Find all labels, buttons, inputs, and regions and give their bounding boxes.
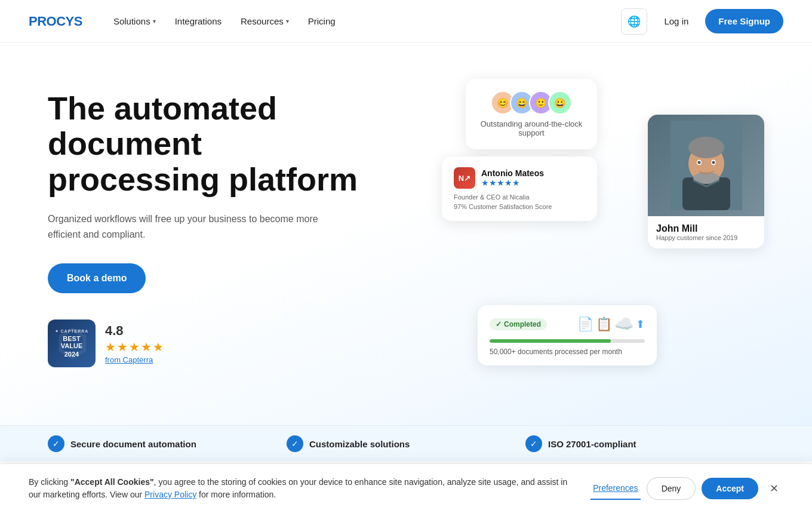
upload-arrow-icon: ⬆ xyxy=(636,318,645,331)
hero-right: 😊 😄 🙂 😀 Outstanding around-the-clock sup… xyxy=(442,79,764,377)
feature-item: ✓ Secure document automation xyxy=(48,435,287,452)
capterra-best-value: BEST VALUE xyxy=(51,335,92,349)
testimonial-role: Founder & CEO at Nicalia xyxy=(454,193,585,201)
nav-link-pricing[interactable]: Pricing xyxy=(301,11,343,31)
support-text: Outstanding around-the-clock support xyxy=(478,119,585,137)
feature-label: Customizable solutions xyxy=(309,439,410,449)
capterra-stars: 4.8 ★★★★★ from Capterra xyxy=(105,323,165,364)
brand-logo[interactable]: PROCYS xyxy=(29,14,82,29)
svg-point-3 xyxy=(688,137,724,158)
check-icon: ✓ xyxy=(48,435,64,452)
privacy-policy-link[interactable]: Privacy Policy xyxy=(144,490,196,499)
hero-section: The automated document processing platfo… xyxy=(0,43,812,425)
testimonial-stars: ★★★★★ xyxy=(481,178,544,188)
nav-right: 🌐 Log in Free Signup xyxy=(621,8,783,35)
nav-link-integrations[interactable]: Integrations xyxy=(168,11,229,31)
capterra-badge: ✦ CAPTERRA BEST VALUE 2024 xyxy=(48,320,96,367)
person-photo xyxy=(648,115,764,216)
nav-link-resources[interactable]: Resources ▾ xyxy=(233,11,296,31)
deny-button[interactable]: Deny xyxy=(647,477,696,500)
capterra-link[interactable]: from Capterra xyxy=(105,355,165,364)
feature-label: Secure document automation xyxy=(70,439,196,449)
accept-button[interactable]: Accept xyxy=(702,478,758,499)
feature-item: ✓ Customizable solutions xyxy=(287,435,525,452)
svg-point-7 xyxy=(697,161,700,164)
cloud-upload-icon: ☁️ xyxy=(614,315,633,333)
person-name: John Mill xyxy=(656,223,756,234)
testimonial-name: Antonio Mateos xyxy=(481,168,544,178)
avatar: 😀 xyxy=(548,91,572,115)
nav-links: Solutions ▾ Integrations Resources ▾ Pri… xyxy=(106,11,622,31)
cookie-banner: By clicking "Accept All Cookies", you ag… xyxy=(0,463,812,513)
support-avatars: 😊 😄 🙂 😀 xyxy=(491,91,572,115)
navbar: PROCYS Solutions ▾ Integrations Resource… xyxy=(0,0,812,43)
person-desc: Happy customer since 2019 xyxy=(656,234,756,241)
language-button[interactable]: 🌐 xyxy=(621,8,647,35)
progress-fill xyxy=(490,339,611,343)
cookie-actions: Preferences Deny Accept ✕ xyxy=(590,477,783,500)
processing-text: 50,000+ documents processed per month xyxy=(490,348,645,356)
document-icon: 📋 xyxy=(596,317,612,332)
check-icon: ✓ xyxy=(287,435,303,452)
processing-header: Completed 📄 📋 ☁️ ⬆ xyxy=(490,315,645,333)
testimonial-header: N↗ Antonio Mateos ★★★★★ xyxy=(454,167,585,189)
hero-subtitle: Organized workflows will free up your bu… xyxy=(48,211,346,242)
document-icon: 📄 xyxy=(577,317,593,332)
chevron-down-icon: ▾ xyxy=(286,18,289,24)
close-button[interactable]: ✕ xyxy=(764,479,783,498)
card-support: 😊 😄 🙂 😀 Outstanding around-the-clock sup… xyxy=(466,79,597,149)
cookie-text: By clicking "Accept All Cookies", you ag… xyxy=(29,476,576,501)
chevron-down-icon: ▾ xyxy=(153,18,156,24)
feature-label: ISO 27001-compliant xyxy=(548,439,636,449)
completed-badge: Completed xyxy=(490,318,547,330)
nav-link-solutions[interactable]: Solutions ▾ xyxy=(106,11,163,31)
card-testimonial: N↗ Antonio Mateos ★★★★★ Founder & CEO at… xyxy=(442,156,597,221)
book-demo-button[interactable]: Book a demo xyxy=(48,263,146,293)
globe-icon: 🌐 xyxy=(628,15,641,28)
capterra-row: ✦ CAPTERRA BEST VALUE 2024 4.8 ★★★★★ fro… xyxy=(48,320,442,367)
signup-button[interactable]: Free Signup xyxy=(705,9,783,33)
login-button[interactable]: Log in xyxy=(652,10,700,32)
check-icon: ✓ xyxy=(525,435,542,452)
hero-title: The automated document processing platfo… xyxy=(48,91,382,197)
nicalia-logo: N↗ xyxy=(454,167,475,189)
progress-bar xyxy=(490,339,645,343)
svg-point-8 xyxy=(712,161,715,164)
testimonial-score: 97% Customer Satisfaction Score xyxy=(454,203,585,210)
preferences-link[interactable]: Preferences xyxy=(590,477,640,500)
feature-item: ✓ ISO 27001-compliant xyxy=(525,435,764,452)
close-icon: ✕ xyxy=(770,482,779,495)
stars-icon: ★★★★★ xyxy=(105,340,165,354)
hero-left: The automated document processing platfo… xyxy=(48,79,442,367)
card-person: John Mill Happy customer since 2019 xyxy=(648,115,764,248)
card-processing: Completed 📄 📋 ☁️ ⬆ 50,000+ documents pro… xyxy=(478,305,657,365)
capterra-year: 2024 xyxy=(64,351,79,358)
features-row: ✓ Secure document automation ✓ Customiza… xyxy=(0,425,812,462)
capterra-rating: 4.8 xyxy=(105,323,165,339)
